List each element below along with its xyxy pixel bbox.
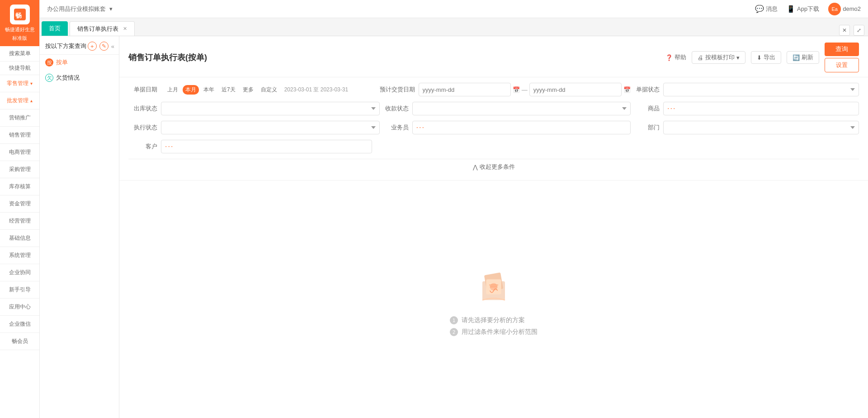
header-actions: 💬 消息 📱 App下载 Ea demo2 bbox=[755, 3, 861, 15]
execution-select-wrap bbox=[161, 121, 380, 134]
sidebar-item-system[interactable]: 系统管理 bbox=[0, 247, 39, 264]
help-button[interactable]: ❓ 帮助 bbox=[665, 53, 686, 62]
calendar-icon-end[interactable]: 📅 bbox=[623, 86, 631, 93]
delivery-start-input[interactable] bbox=[419, 83, 511, 96]
scheme-item-arrears[interactable]: 欠 欠货情况 bbox=[40, 70, 119, 86]
collapse-scheme-button[interactable]: « bbox=[111, 43, 114, 50]
tab-maximize-button[interactable]: ⤢ bbox=[854, 25, 864, 36]
sidebar-item-basic[interactable]: 基础信息 bbox=[0, 230, 39, 247]
shipment-select-wrap bbox=[161, 102, 380, 115]
sidebar-item-purchase[interactable]: 采购管理 bbox=[0, 161, 39, 178]
salesperson-more-icon[interactable]: ··· bbox=[416, 124, 425, 132]
message-icon: 💬 bbox=[755, 5, 764, 13]
payment-select-wrap bbox=[412, 102, 631, 115]
query-button[interactable]: 查询 bbox=[825, 43, 859, 56]
date-tab-last-month[interactable]: 上月 bbox=[165, 85, 181, 95]
calendar-icon-start[interactable]: 📅 bbox=[513, 86, 520, 93]
message-button[interactable]: 💬 消息 bbox=[755, 5, 778, 13]
sidebar-logo[interactable]: 畅 畅捷通好生意 标准版 bbox=[0, 0, 39, 46]
sidebar-quick-nav[interactable]: 快捷导航 bbox=[0, 62, 39, 75]
filter-delivery-field: 预计交货日期 📅 — 📅 bbox=[380, 83, 631, 96]
delivery-label: 预计交货日期 bbox=[380, 86, 419, 94]
export-button[interactable]: ⬇ 导出 bbox=[751, 51, 781, 64]
execution-label: 执行状态 bbox=[128, 124, 161, 132]
breadcrumb[interactable]: 办公用品行业模拟账套 ▾ bbox=[47, 5, 113, 13]
sidebar-item-corp-wechat[interactable]: 企业微信 bbox=[0, 316, 39, 333]
collapse-up-icon: ⋀ bbox=[473, 164, 478, 171]
sidebar-item-member[interactable]: 畅会员 bbox=[0, 333, 39, 350]
sidebar-search[interactable]: 搜索菜单 bbox=[0, 46, 39, 62]
filter-salesperson-field: 业务员 ··· bbox=[380, 121, 631, 134]
sidebar-item-marketing[interactable]: 营销推广 bbox=[0, 109, 39, 127]
filter-order-status-field: 单据状态 bbox=[631, 83, 859, 96]
date-tab-this-year[interactable]: 本年 bbox=[201, 85, 217, 95]
breadcrumb-expand-icon[interactable]: ▾ bbox=[109, 5, 113, 12]
filter-row-4: 客户 ··· bbox=[128, 140, 859, 153]
sidebar-item-enterprise[interactable]: 企业协同 bbox=[0, 264, 39, 281]
filter-scheme-actions: + ✎ « bbox=[88, 42, 114, 51]
add-scheme-button[interactable]: + bbox=[88, 42, 97, 51]
page-content: 按以下方案查询 + ✎ « 按 按单 欠 欠货情况 销售订单执行表(按单) bbox=[40, 36, 868, 418]
filter-area: 单据日期 上月 本月 本年 近7天 更多 自定义 2023-03-01 至 20… bbox=[119, 77, 868, 180]
sidebar-item-finance[interactable]: 资金管理 bbox=[0, 195, 39, 213]
scheme-item-by-order[interactable]: 按 按单 bbox=[40, 55, 119, 70]
tabs-bar: 首页 销售订单执行表 ✕ ✕ ⤢ bbox=[40, 18, 868, 36]
app-download-label: App下载 bbox=[797, 5, 819, 13]
sidebar-item-wholesale[interactable]: 批发管理 ▴ bbox=[0, 92, 39, 109]
tab-home[interactable]: 首页 bbox=[42, 21, 68, 36]
shipment-select[interactable] bbox=[161, 102, 380, 115]
refresh-button[interactable]: 🔄 刷新 bbox=[787, 51, 819, 64]
sidebar-item-operation[interactable]: 经营管理 bbox=[0, 213, 39, 230]
date-tab-7days[interactable]: 近7天 bbox=[219, 85, 238, 95]
user-profile[interactable]: Ea demo2 bbox=[828, 3, 861, 15]
settings-button[interactable]: 设置 bbox=[825, 58, 859, 72]
execution-select[interactable] bbox=[161, 121, 380, 134]
department-label: 部门 bbox=[631, 124, 663, 132]
page-title: 销售订单执行表(按单) bbox=[128, 52, 207, 63]
filter-scheme-title: 按以下方案查询 bbox=[45, 42, 86, 50]
sidebar-item-apps[interactable]: 应用中心 bbox=[0, 299, 39, 316]
date-tab-custom[interactable]: 自定义 bbox=[258, 85, 280, 95]
filter-department-field: 部门 bbox=[631, 121, 859, 134]
edit-scheme-button[interactable]: ✎ bbox=[99, 42, 108, 51]
sidebar-item-retail[interactable]: 零售管理 ▾ bbox=[0, 75, 39, 92]
print-button[interactable]: 🖨 按模板打印 ▾ bbox=[692, 51, 745, 64]
tab-sales-order[interactable]: 销售订单执行表 ✕ bbox=[70, 21, 135, 36]
payment-select[interactable] bbox=[412, 102, 631, 115]
tip-number-1: 1 bbox=[450, 316, 458, 324]
expand-icon: ▾ bbox=[30, 81, 33, 86]
expand-icon: ▴ bbox=[30, 98, 33, 103]
sidebar-item-inventory[interactable]: 库存核算 bbox=[0, 178, 39, 195]
date-tab-this-month[interactable]: 本月 bbox=[183, 85, 199, 95]
product-more-icon[interactable]: ··· bbox=[667, 104, 676, 113]
page-title-bar: 销售订单执行表(按单) ❓ 帮助 🖨 按模板打印 ▾ ⬇ 导出 bbox=[119, 36, 868, 77]
filter-row-1: 单据日期 上月 本月 本年 近7天 更多 自定义 2023-03-01 至 20… bbox=[128, 83, 859, 96]
app-name: 畅捷通好生意 bbox=[5, 26, 35, 33]
message-label: 消息 bbox=[766, 5, 778, 13]
tab-close-icon[interactable]: ✕ bbox=[123, 26, 127, 32]
scheme-label-by-order: 按单 bbox=[56, 58, 68, 66]
tab-close-button[interactable]: ✕ bbox=[839, 25, 850, 36]
tab-home-label: 首页 bbox=[49, 24, 61, 33]
empty-illustration bbox=[471, 262, 516, 309]
query-settings-group: 查询 设置 bbox=[825, 43, 859, 72]
order-status-select-wrap bbox=[663, 83, 859, 96]
print-icon: 🖨 bbox=[698, 54, 703, 61]
sidebar-item-sales[interactable]: 销售管理 bbox=[0, 127, 39, 144]
app-version: 标准版 bbox=[12, 35, 27, 42]
sidebar-item-newbie[interactable]: 新手引导 bbox=[0, 281, 39, 299]
app-download-icon: 📱 bbox=[787, 5, 795, 13]
app-download-button[interactable]: 📱 App下载 bbox=[787, 5, 819, 13]
sidebar: 畅 畅捷通好生意 标准版 搜索菜单 快捷导航 零售管理 ▾ 批发管理 ▴ 营销推… bbox=[0, 0, 40, 418]
date-range-text: 2023-03-01 至 2023-03-31 bbox=[284, 86, 348, 94]
department-select[interactable] bbox=[663, 121, 859, 134]
sidebar-item-ecommerce[interactable]: 电商管理 bbox=[0, 144, 39, 161]
order-status-select[interactable] bbox=[663, 83, 859, 96]
tabs-bar-right: ✕ ⤢ bbox=[839, 25, 868, 36]
date-tab-more[interactable]: 更多 bbox=[240, 85, 256, 95]
delivery-end-input[interactable] bbox=[529, 83, 622, 96]
page-title-actions: ❓ 帮助 🖨 按模板打印 ▾ ⬇ 导出 🔄 刷新 bbox=[665, 43, 859, 72]
customer-more-icon[interactable]: ··· bbox=[165, 142, 174, 151]
collapse-filter-button[interactable]: ⋀ 收起更多条件 bbox=[128, 159, 859, 175]
salesperson-input-wrap: ··· bbox=[412, 121, 631, 134]
